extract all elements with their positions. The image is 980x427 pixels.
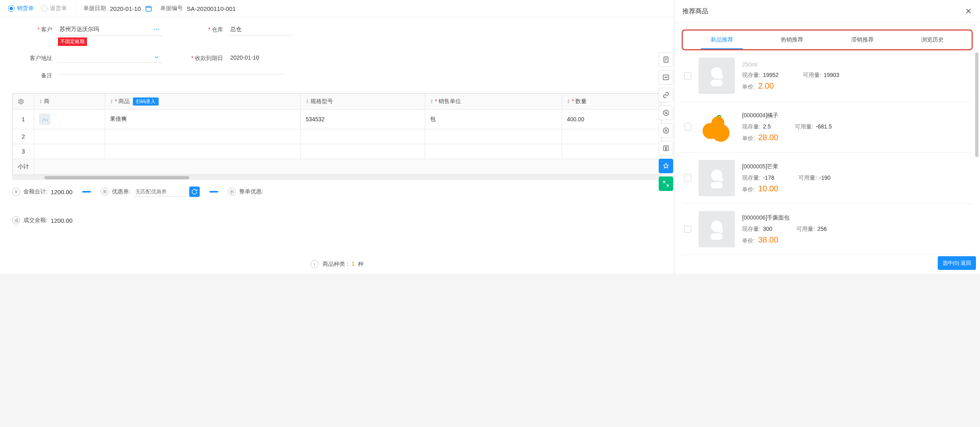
cell-product[interactable] [105,144,301,159]
cell-unit[interactable] [425,144,562,159]
product-thumb [699,160,735,196]
customer-label: 客户 [16,25,52,33]
col-label: 销售单位 [438,98,461,104]
cell-unit[interactable]: 包 [425,110,562,129]
discount-icon: 折 [228,188,236,196]
doc-date-value[interactable]: 2020-01-10 [110,5,141,12]
svg-point-22 [718,228,723,233]
line-items-table: ▲▼商 ▲▼* 商品扫码录入 ▲▼规格型号 ▲▼* 销售单位 ▲▼* 数量 1 … [12,93,662,175]
customer-input[interactable]: 苏州万达沃尔玛 ··· [58,25,163,36]
row-index: 2 [13,129,34,144]
recommend-item[interactable]: [0000004]橘子 现存量:2.5 可用量:-681.5 单价:28.00 [682,102,973,153]
recommend-tab[interactable]: 浏览历史 [897,32,968,49]
table-row[interactable]: 2 [13,129,662,144]
warehouse-input[interactable]: 总仓 [229,25,293,36]
radio-label: 退货单 [50,5,67,12]
scan-entry-button[interactable]: 扫码录入 [133,97,159,106]
address-field: 客户地址 [16,53,163,63]
ellipsis-icon[interactable]: ··· [153,26,159,33]
col-shang[interactable]: ▲▼商 [34,94,105,110]
doc-code-label: 单据编号 [160,5,183,12]
recommend-item[interactable]: 250ml 现存量:19952 可用量:19903 单价:2.00 [682,50,973,102]
cell-qty[interactable] [562,144,662,159]
product-checkbox[interactable] [684,72,691,79]
subtotal-row: 小计 [13,159,662,175]
order-type-radio-group: 销货单 退货单 [8,5,75,12]
remark-input[interactable] [58,70,283,75]
top-bar: 销货单 退货单 单据日期 2020-01-10 单据编号 SA-20200110… [0,0,674,17]
table-row[interactable]: 3 [13,144,662,159]
price-field: 单价:28.00 [742,133,970,142]
cell-spec[interactable] [301,144,425,159]
rail-star-button[interactable] [659,159,673,173]
svg-rect-2 [39,114,50,125]
stock-field: 现存量:19952 [742,72,779,79]
stock-field: 现存量:300 [742,226,772,233]
cell-product[interactable] [105,129,301,144]
rail-link-button[interactable] [659,88,673,102]
cell-spec[interactable]: 534532 [301,110,425,129]
refresh-button[interactable] [189,187,200,197]
col-unit[interactable]: ▲▼* 销售单位 [425,94,562,110]
rail-expand-button[interactable] [659,176,673,191]
selected-return-button[interactable]: 选中(0) 返回 [938,256,976,270]
radio-sales-order[interactable]: 销货单 [8,5,34,12]
remark-label: 备注 [16,70,52,79]
star-icon [662,162,670,170]
rail-chart-button[interactable] [659,70,673,85]
recommend-header: 推荐商品 ✕ [674,0,980,23]
whole-disc-label: 整单优惠: [239,188,263,195]
rail-yen-button[interactable] [659,141,673,155]
col-settings[interactable] [13,94,34,110]
rail-delete-button[interactable] [659,123,673,138]
product-checkbox[interactable] [684,123,691,131]
svg-rect-23 [711,233,723,240]
warehouse-label: 仓库 [187,25,223,33]
col-product[interactable]: ▲▼* 商品扫码录入 [105,94,301,110]
svg-rect-11 [711,80,723,86]
link-icon [662,91,670,99]
svg-point-15 [711,116,724,129]
cell-product[interactable]: 果倍爽 [105,110,301,129]
recommend-tab[interactable]: 热销推荐 [757,32,827,49]
recommend-tab[interactable]: 滞销推荐 [827,32,897,49]
col-spec[interactable]: ▲▼规格型号 [301,94,425,110]
recommend-tab[interactable]: 新品推荐 [687,32,757,49]
cell-spec[interactable] [301,129,425,144]
recommend-list[interactable]: 250ml 现存量:19952 可用量:19903 单价:2.00 [00000… [674,50,980,274]
product-checkbox[interactable] [684,226,691,233]
cell-shang[interactable] [34,129,105,144]
rail-doc-button[interactable] [659,52,673,67]
horizontal-scrollbar[interactable] [12,175,662,180]
radio-return-order[interactable]: 退货单 [41,5,67,12]
yen-icon: ¥ [12,188,20,196]
total-label: 金额合计: [23,188,48,195]
cell-shang[interactable] [34,144,105,159]
address-input[interactable] [58,53,163,63]
col-qty[interactable]: ▲▼* 数量 [562,94,662,110]
table-row[interactable]: 1 果倍爽 534532 包 400.00 [13,110,662,129]
recommend-item[interactable]: [0000005]芒果 现存量:-178 可用量:-190 单价:10.00 [682,153,973,204]
cell-unit[interactable] [425,129,562,144]
price-field: 单价:2.00 [742,81,970,91]
product-checkbox[interactable] [684,174,691,182]
col-label: 商 [44,98,50,104]
kind-count: 1 [351,261,355,267]
close-icon[interactable]: ✕ [965,6,972,16]
col-label: 商品 [118,98,130,104]
product-thumb [699,58,735,94]
deal-label: 成交金额: [23,217,48,224]
recommend-item[interactable]: [0000006]手撕面包 现存量:300 可用量:256 单价:38.00 [682,204,973,255]
scroll-thumb[interactable] [44,176,189,179]
due-date-input[interactable]: 2020-01-10 [229,53,293,63]
sort-icon: ▲▼ [39,99,42,104]
cell-shang[interactable] [34,110,105,129]
chevron-down-icon[interactable] [154,54,159,60]
calendar-icon[interactable] [145,5,152,12]
coupon-input[interactable] [134,187,186,197]
cell-qty[interactable] [562,129,662,144]
subtotal-label: 小计 [13,159,34,175]
rail-swap-button[interactable] [659,106,673,120]
vertical-scrollbar[interactable] [975,52,978,157]
cell-qty[interactable]: 400.00 [562,110,662,129]
